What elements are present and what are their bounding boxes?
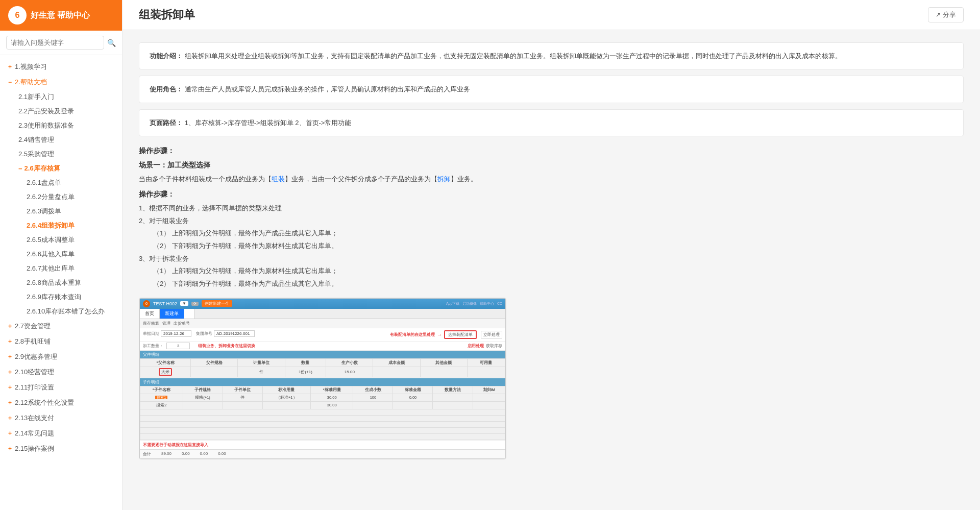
mock-footer-val-4: 0.00 [218,451,226,457]
sidebar-item-2-6-5[interactable]: 2.6.5成本调整单 [0,233,122,247]
mock-th-1-2: 父件规格 [191,358,238,367]
mock-td-empty-3 [140,409,505,415]
expand-icon-2-6: − [18,165,22,173]
expand-icon-2-11: + [8,384,12,391]
mock-assembly-btn[interactable]: 选择装配清单 [444,330,477,339]
sidebar-item-2[interactable]: − 2.帮助文档 [0,75,122,90]
sidebar-item-2-1[interactable]: 2.1新手入门 [0,90,122,104]
sidebar-item-2-6-9[interactable]: 2.6.9库存账本查询 [0,290,122,304]
link-assemble[interactable]: 组装 [272,175,285,183]
nav-label-2-6: 2.6库存核算 [24,164,60,173]
mock-th-2-5: *标准用量 [310,386,353,394]
nav-label-2-14: 2.14常见问题 [15,429,54,438]
nav-label-2-7: 2.7资金管理 [15,322,51,331]
mock-td-2-1-3: 件 [223,394,262,401]
nav-label-2-11: 2.11打印设置 [15,383,54,392]
mock-td-2-1-9 [473,394,505,401]
nav-label-2: 2.帮助文档 [15,78,47,87]
mock-stock-btn[interactable]: 获取库存 [486,343,502,349]
mock-confirm-btn[interactable]: 立即处理 [481,331,502,338]
sidebar-item-2-8[interactable]: + 2.8手机旺铺 [0,334,122,349]
mock-tab-home[interactable]: 首页 [140,309,160,319]
mock-td-2-2-9 [473,401,505,409]
mock-th-1-8: 可用量 [467,358,505,367]
sidebar-item-2-6[interactable]: − 2.6库存核算 [0,161,122,176]
mock-qty-row: 加工数量： 3 组装业务、拆卸业务在这里切换 启用处理 获取库存 [140,342,505,351]
nav-label-2-15: 2.15操作案例 [15,444,54,453]
sidebar-item-2-10[interactable]: + 2.10经营管理 [0,365,122,380]
sidebar-item-2-5[interactable]: 2.5采购管理 [0,147,122,161]
sidebar-item-2-3[interactable]: 2.3使用前数据准备 [0,118,122,133]
mock-footer-val-3: 0.00 [200,451,208,457]
search-input[interactable] [6,36,104,50]
main-content: 组装拆卸单 ↗ 分享 功能介绍： 组装拆卸单用来处理企业组装或拆卸等加工业务，支… [122,0,980,510]
sidebar-item-2-9[interactable]: + 2.9优惠券管理 [0,349,122,365]
mock-tab-new[interactable]: 新建单 [160,309,184,319]
nav-label-2-12: 2.12系统个性化设置 [15,398,74,407]
search-icon[interactable]: 🔍 [107,39,116,47]
share-button[interactable]: ↗ 分享 [928,7,964,22]
mock-logo: 6 [143,300,150,307]
mock-td-2-2-6 [353,401,393,409]
scenario-desc: 当由多个子件材料组装成一个成品的业务为【组装】业务，当由一个父件拆分成多个子产品… [139,173,964,186]
sidebar-item-2-6-7[interactable]: 2.6.7其他出库单 [0,261,122,276]
role-intro-block: 使用角色： 通常由生产人员或库管人员完成拆装业务的操作，库管人员确认原材料的出库… [139,76,964,103]
mock-table-row-2-2: 搜索2 30.00 [140,401,505,409]
mock-arrow-right: → [437,332,442,337]
mock-td-2-1-7: 0.00 [393,394,433,401]
sidebar-item-2-14[interactable]: + 2.14常见问题 [0,426,122,441]
mock-td-1-1-7 [420,367,467,377]
path-text: 1、库存核算->库存管理->组装拆卸单 2、首页->常用功能 [185,119,352,127]
mock-td-2-2-7 [393,401,433,409]
mock-th-2-6: 生成小数 [353,386,393,394]
sidebar-item-2-2[interactable]: 2.2产品安装及登录 [0,104,122,118]
sidebar-item-2-6-4[interactable]: 2.6.4组装拆卸单 [0,218,122,233]
sidebar-item-2-6-6[interactable]: 2.6.6其他入库单 [0,247,122,261]
mock-td-2-1-6: 100 [353,394,393,401]
mock-tabs-row: 首页 新建单 [140,309,505,319]
nav-label-2-8: 2.8手机旺铺 [15,337,51,346]
mock-td-annotated: 大米 [159,368,172,376]
sidebar-item-2-6-1[interactable]: 2.6.1盘点单 [0,176,122,190]
mock-table-row-2-6 [140,427,505,433]
sidebar-item-2-12[interactable]: + 2.12系统个性化设置 [0,395,122,410]
sidebar-item-2-7[interactable]: + 2.7资金管理 [0,319,122,334]
mock-section1-title: 父件明细 [143,352,159,357]
expand-icon-1: + [8,63,12,70]
sidebar-item-2-6-3[interactable]: 2.6.3调拨单 [0,204,122,218]
mock-table-section2: *子件名称 子件规格 子件单位 标准用量 *标准用量 生成小数 标准金额 数量方… [140,386,505,440]
step-3-2: （2） 下部明细为子件明细，最终作为产成品生成其它入库单。 [153,278,964,290]
mock-bottom-annotation: 不需要逐行手动填报在这里直接导入 [143,442,208,448]
sidebar-item-2-13[interactable]: + 2.13在线支付 [0,410,122,426]
expand-icon-2: − [8,79,12,86]
sidebar-item-2-11[interactable]: + 2.11打印设置 [0,380,122,395]
sidebar-item-1[interactable]: + 1.视频学习 [0,59,122,75]
page-title: 组装拆卸单 [139,7,195,22]
mock-table-row-1-1: 大米 件 1份(+1) 15.00 [140,367,505,377]
mock-td-2-2-1: 搜索2 [140,401,183,409]
mock-table-row-2-5 [140,421,505,427]
role-text: 通常由生产人员或库管人员完成拆装业务的操作，库管人员确认原材料的出库和产成品的入… [185,85,470,93]
nav-label-1: 1.视频学习 [15,62,47,71]
mock-tab-3[interactable] [184,309,195,319]
mock-refresh-icon: ⟳ [191,302,199,306]
link-disassemble[interactable]: 拆卸 [437,175,451,183]
mock-order-value: AD-20191226-001 [214,330,255,337]
sidebar-header: 6 好生意 帮助中心 [0,0,122,31]
mock-date-label: 单据日期 [143,331,159,336]
sidebar-item-2-6-2[interactable]: 2.6.2分量盘点单 [0,190,122,204]
sidebar-item-2-15[interactable]: + 2.15操作案例 [0,441,122,456]
feature-label: 功能介绍： [150,52,183,60]
mock-th-1-3: 计量单位 [238,358,285,367]
mock-td-1-1-2 [191,367,238,377]
expand-icon-2-12: + [8,399,12,406]
sidebar-item-2-6-10[interactable]: 2.6.10库存账本错了怎么办 [0,304,122,319]
mock-th-2-9: 划归IM [473,386,505,394]
mock-th-1-1: *父件名称 [140,358,191,367]
mock-table-header-row-1: *父件名称 父件规格 计量单位 数量 生产小数 成本金额 其他金额 可用量 [140,358,505,367]
mock-td-2-2-3 [223,401,262,409]
sidebar-item-2-4[interactable]: 2.4销售管理 [0,133,122,147]
sidebar-item-2-6-8[interactable]: 2.6.8商品成本重算 [0,276,122,290]
mock-td-1-1-8 [467,367,505,377]
mock-table-row-2-3 [140,409,505,415]
